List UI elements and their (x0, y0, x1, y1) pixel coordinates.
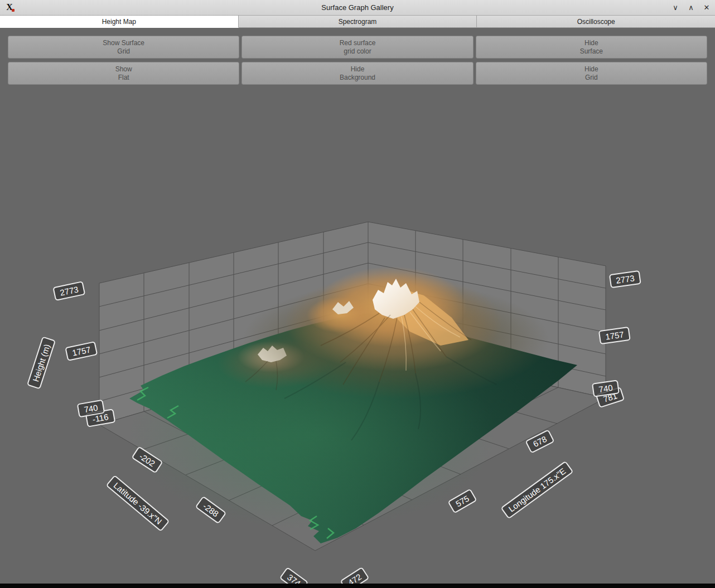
hide-background-button[interactable]: Hide Background (241, 62, 473, 85)
button-label: Hide (584, 65, 598, 74)
button-label: Background (340, 74, 375, 82)
app-window: X Surface Graph Gallery ∨ ∧ ✕ Height Map… (0, 0, 715, 588)
button-label: Show Surface (103, 39, 144, 47)
surface-chart[interactable]: -116 2773 1757 740 Height (m) 781 2773 1… (0, 28, 715, 588)
button-label: Grid (117, 47, 130, 56)
tab-spectrogram[interactable]: Spectrogram (239, 16, 477, 28)
button-label: grid color (344, 47, 371, 56)
window-controls: ∨ ∧ ✕ (670, 0, 712, 16)
button-label: Grid (585, 74, 598, 82)
content-area: -116 2773 1757 740 Height (m) 781 2773 1… (0, 28, 715, 588)
toolbar: Show Surface Grid Red surface grid color… (8, 36, 707, 85)
maximize-icon[interactable]: ∧ (686, 0, 696, 16)
close-icon[interactable]: ✕ (702, 0, 712, 16)
titlebar[interactable]: X Surface Graph Gallery ∨ ∧ ✕ (0, 0, 715, 16)
button-label: Show (115, 65, 132, 74)
button-label: Flat (118, 74, 129, 82)
show-flat-button[interactable]: Show Flat (8, 62, 239, 85)
hide-surface-button[interactable]: Hide Surface (476, 36, 707, 59)
surface-grid-color-button[interactable]: Red surface grid color (241, 36, 473, 59)
button-label: Red surface (340, 39, 376, 47)
terrain-canvas (0, 28, 715, 588)
shade-icon[interactable]: ∨ (670, 0, 680, 16)
bottom-strip (0, 584, 715, 588)
button-label: Hide (584, 39, 598, 47)
window-title: Surface Graph Gallery (0, 3, 715, 12)
button-label: Hide (351, 65, 365, 74)
button-label: Surface (580, 47, 603, 56)
tab-height-map[interactable]: Height Map (0, 16, 239, 28)
hide-grid-button[interactable]: Hide Grid (476, 62, 707, 85)
tab-bar: Height Map Spectrogram Oscilloscope (0, 16, 715, 28)
tab-oscilloscope[interactable]: Oscilloscope (477, 16, 715, 28)
toggle-surface-grid-button[interactable]: Show Surface Grid (8, 36, 239, 59)
